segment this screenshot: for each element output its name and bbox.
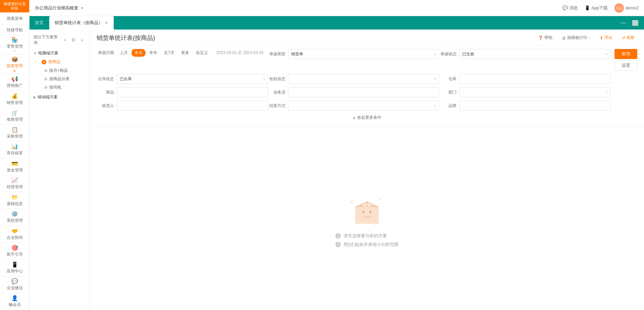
- salesperson-control[interactable]: ···: [288, 87, 439, 97]
- warehouse-control[interactable]: ···: [459, 74, 610, 84]
- tip-number-2: 2: [335, 242, 341, 247]
- svg-point-1: [362, 211, 365, 213]
- collapse-conditions-btn[interactable]: ∧ 收起更多条件: [97, 113, 637, 122]
- sidebar-item-label: 畅会员: [9, 302, 21, 308]
- message-btn[interactable]: 💬 消息: [562, 5, 578, 11]
- empty-tips: 1 请先选择要分析的方案 2 用[过滤]条件来缩小分析范围: [335, 233, 398, 248]
- print-btn[interactable]: 🖨 按模板打印 ▾: [559, 34, 593, 42]
- tab-maximize-btn[interactable]: ⬜: [631, 18, 640, 28]
- tip-text-1: 请先选择要分析的方案: [343, 233, 387, 239]
- brand-control[interactable]: ···: [459, 101, 610, 111]
- cooperation-icon: 🤝: [11, 228, 18, 234]
- date-tab-this-year[interactable]: 本年: [146, 49, 160, 57]
- sidebar-item-cooperation[interactable]: 🤝 企业协同: [0, 226, 29, 243]
- tab-report[interactable]: 销货单统计表（按商品） ✕: [49, 16, 114, 30]
- mobile-expand-icon: ▶: [34, 95, 36, 99]
- print-dropdown-icon: ▾: [589, 36, 590, 40]
- sidebar-item-system[interactable]: ⚙️ 系统管理: [0, 209, 29, 226]
- scheme-active-icon: ●: [42, 60, 46, 64]
- tab-home[interactable]: 首页: [30, 16, 49, 30]
- tab-close-icon[interactable]: ✕: [105, 20, 108, 25]
- warehouse-label: 仓库: [439, 76, 459, 82]
- scheme-by-month-product[interactable]: ⊞ 按月+商品: [32, 66, 87, 75]
- sidebar-item-wechat[interactable]: 💬 企业微信: [0, 276, 29, 293]
- message-label: 消息: [569, 5, 578, 11]
- sidebar-item-guide[interactable]: 🎯 新手引导: [0, 243, 29, 259]
- date-tab-more[interactable]: 更多: [178, 49, 192, 57]
- sidebar-item-purchase[interactable]: 📋 采购管理: [0, 124, 29, 141]
- scheme-by-product[interactable]: ● 按商品: [32, 57, 87, 66]
- search-menu[interactable]: 搜索菜单: [0, 12, 29, 25]
- pc-expand-icon: ▼: [34, 51, 37, 55]
- settings-button[interactable]: 设置: [614, 60, 637, 70]
- sidebar-item-basic[interactable]: 📁 基础信息: [0, 192, 29, 209]
- app-logo[interactable]: 畅捷通好生意 标版: [0, 0, 29, 12]
- department-control[interactable]: ▾: [459, 87, 610, 97]
- doc-status-label: 单据状态: [439, 51, 459, 57]
- empty-illustration: ✦ ✦ ✦: [347, 189, 387, 229]
- date-tabs: 上月 本月 本年 近7天 更多 自定义: [117, 49, 211, 57]
- sidebar-item-label: 系统管理: [7, 218, 23, 223]
- main-area: 办公用品行业模拟账套 ▾ 💬 消息 📱 App下载 Ea demo2 首页 销货…: [30, 0, 644, 310]
- tab-minimize-btn[interactable]: —: [619, 18, 628, 28]
- doc-type-control[interactable]: 销货单 ▾: [288, 49, 439, 59]
- payment-control[interactable]: ▾: [288, 101, 439, 111]
- svg-rect-0: [355, 207, 379, 224]
- pc-category-header[interactable]: ▼ 电脑端方案: [32, 49, 87, 57]
- export-label: 导出: [604, 35, 612, 41]
- pc-category-label: 电脑端方案: [38, 50, 58, 56]
- operations-icon: 📈: [11, 177, 18, 184]
- sidebar-item-sales[interactable]: 💰 销售管理: [0, 91, 29, 108]
- quick-nav[interactable]: 快捷导航: [0, 25, 29, 35]
- sidebar-item-retail[interactable]: 🏪 零售管理 ▼: [0, 35, 29, 55]
- add-scheme-btn[interactable]: +: [61, 37, 68, 43]
- empty-tip-1: 1 请先选择要分析的方案: [335, 233, 398, 239]
- product-control[interactable]: ···: [117, 87, 268, 97]
- collapse-label: 收起更多条件: [357, 115, 381, 120]
- sidebar-item-appcenter[interactable]: 📱 应用中心: [0, 259, 29, 276]
- sidebar-item-finance[interactable]: 💳 资金管理: [0, 158, 29, 175]
- topbar-dropdown-icon[interactable]: ▾: [81, 6, 83, 10]
- main-content: 销货单统计表(按商品) ❓ 帮助 🖨 按模板打印 ▾ ⬇ 导出: [90, 30, 644, 310]
- sidebar-item-marketing[interactable]: 📢 营销推广: [0, 74, 29, 91]
- brand-dots-icon: ···: [604, 103, 607, 108]
- mobile-category-header[interactable]: ▶ 移动端方案: [30, 93, 90, 101]
- edit-scheme-btn[interactable]: ⚙: [70, 37, 77, 43]
- scheme-by-cashier[interactable]: ⊞ 按司机: [32, 83, 87, 92]
- sidebar-item-wholesale[interactable]: 📦 批发管理 ▲: [0, 55, 29, 74]
- collapse-panel-btn[interactable]: «: [79, 37, 86, 43]
- out-status-control[interactable]: 已出库 ▾: [117, 74, 268, 84]
- system-icon: ⚙️: [11, 211, 18, 217]
- sidebar-item-member[interactable]: 👤 畅会员: [0, 293, 29, 310]
- help-btn[interactable]: ❓ 帮助: [535, 34, 555, 42]
- tabbar: 首页 销货单统计表（按商品） ✕ — ⬜: [30, 16, 644, 30]
- print-label: 按模板打印: [567, 35, 587, 41]
- sidebar-item-inventory[interactable]: 📊 库存核算: [0, 142, 29, 158]
- receive-status-control[interactable]: ▾: [288, 74, 439, 84]
- date-tab-last-month[interactable]: 上月: [117, 49, 131, 57]
- filter-panel: 按以下方案查询 + ⚙ « ▼ 电脑端方案 ● 按商品 ⊞ 按月+商品: [30, 30, 90, 310]
- export-btn[interactable]: ⬇ 导出: [597, 34, 615, 42]
- sidebar-item-ecommerce[interactable]: 🛒 电商管理: [0, 108, 29, 124]
- user-menu[interactable]: Ea demo2: [614, 3, 639, 13]
- doc-status-control[interactable]: 已生效 ▾: [459, 49, 610, 59]
- expand-icon: ▼: [13, 49, 16, 53]
- date-tab-this-month[interactable]: 本月: [131, 49, 146, 57]
- sidebar-item-label: 销售管理: [7, 100, 23, 106]
- scheme-by-product-category[interactable]: ⊞ 按商品分类: [32, 75, 87, 83]
- salesperson-dots-icon: ···: [433, 90, 436, 95]
- department-label: 部门: [439, 90, 459, 95]
- grid-icon-2: ⊞: [44, 77, 47, 81]
- app-download-btn[interactable]: 📱 App下载: [585, 5, 608, 11]
- sidebar-item-label: 企业微信: [7, 285, 23, 291]
- consignee-control[interactable]: ···: [117, 101, 268, 111]
- empty-state: ✦ ✦ ✦ 1 请先选择要分析的方案 2 用[过滤]条件来缩小分析范围: [90, 126, 644, 310]
- sidebar-item-operations[interactable]: 📈 经营管理: [0, 175, 29, 192]
- query-button[interactable]: 查询: [614, 49, 637, 59]
- refresh-btn[interactable]: ↺ 刷新: [619, 34, 637, 42]
- date-tab-custom[interactable]: 自定义: [193, 49, 211, 57]
- user-name: demo2: [625, 5, 639, 10]
- content-body: 按以下方案查询 + ⚙ « ▼ 电脑端方案 ● 按商品 ⊞ 按月+商品: [30, 30, 644, 310]
- date-tab-7days[interactable]: 近7天: [161, 49, 177, 57]
- sales-icon: 💰: [11, 93, 18, 99]
